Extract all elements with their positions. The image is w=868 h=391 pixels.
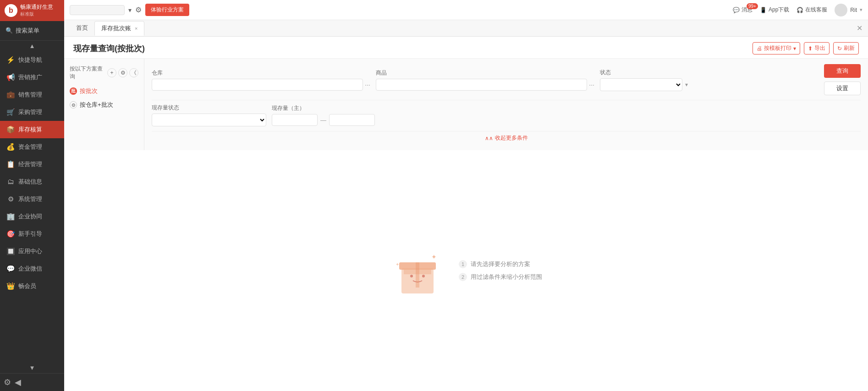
messages-badge: 99+: [747, 3, 758, 9]
export-icon: ⬆: [808, 45, 813, 52]
scheme-header: 按以下方案查询 + ⚙ 《: [64, 63, 144, 84]
tab-close-button[interactable]: ×: [135, 26, 137, 31]
page-title: 现存量查询(按批次): [73, 43, 145, 54]
app-subtitle: 标准版: [20, 11, 53, 17]
sidebar-scroll-down-button[interactable]: ▼: [0, 363, 64, 373]
app-logo: b: [5, 4, 17, 17]
filter-row-2: 现存量状态 现存量（主） —: [152, 104, 861, 126]
sidebar-item-system[interactable]: ⚙ 系统管理: [0, 190, 64, 208]
topbar-dropdown-button[interactable]: ▾: [128, 6, 132, 14]
search-menu-button[interactable]: 🔍 搜索菜单: [4, 25, 60, 37]
query-button[interactable]: 查询: [824, 64, 861, 78]
sidebar-item-shortcut[interactable]: ⚡ 快捷导航: [0, 51, 64, 69]
scheme-settings-button[interactable]: ⚙: [118, 68, 127, 77]
message-icon: 💬: [733, 7, 740, 13]
svg-text:✦: ✦: [396, 262, 399, 267]
sidebar-item-purchase[interactable]: 🛒 采购管理: [0, 103, 64, 121]
filter-divider: [152, 100, 861, 100]
user-menu-button[interactable]: Rit ▾: [835, 4, 863, 16]
print-template-button[interactable]: 🖨 按模板打印 ▾: [753, 42, 800, 54]
sidebar-item-member[interactable]: 👑 畅会员: [0, 277, 64, 295]
purchase-icon: 🛒: [6, 108, 15, 116]
sidebar: b 畅康通好生意 标准版 🔍 搜索菜单 ▲ ⚡ 快捷导航 📢 营销推广 💼 销售…: [0, 0, 64, 391]
bottom-collapse-button[interactable]: ◀: [15, 377, 21, 387]
topbar: ▾ ⚙ 体验行业方案 💬 消息 99+ 📱 App下载 🎧 在线客服 Rit ▾: [64, 0, 868, 20]
inventory-icon: 📦: [6, 125, 15, 134]
export-button[interactable]: ⬆ 导出: [804, 42, 830, 54]
tab-panel-close-button[interactable]: ✕: [857, 24, 863, 33]
empty-state: ✦ ✦ 1 请先选择要分析的方案 2 用过滤条件来缩小分析范围: [64, 150, 868, 391]
status-select[interactable]: [600, 78, 682, 91]
collapse-icon: ∧∧: [485, 135, 493, 141]
sidebar-item-operations[interactable]: 📋 经营管理: [0, 156, 64, 173]
add-scheme-button[interactable]: +: [107, 68, 116, 77]
warehouse-filter-group: 仓库 ···: [152, 69, 370, 91]
scheme-inactive-dot: ⊙: [70, 101, 77, 109]
empty-tip-1: 1 请先选择要分析的方案: [459, 260, 542, 268]
scheme-settings-icon: ⚙: [121, 70, 126, 76]
svg-text:✦: ✦: [431, 253, 437, 261]
topbar-settings-button[interactable]: ⚙: [135, 5, 142, 14]
sidebar-item-guide[interactable]: 🎯 新手引导: [0, 225, 64, 243]
sidebar-scroll-up-button[interactable]: ▲: [0, 41, 64, 51]
scheme-item-batch[interactable]: 批 按批次: [64, 84, 144, 98]
filter-settings-button[interactable]: 设置: [824, 81, 861, 95]
sidebar-header: b 畅康通好生意 标准版: [0, 0, 64, 21]
service-icon: 🎧: [797, 7, 803, 13]
sidebar-item-wechat[interactable]: 💬 企业微信: [0, 260, 64, 277]
refresh-button[interactable]: ↻ 刷新: [833, 42, 859, 54]
sidebar-item-finance[interactable]: 💰 资金管理: [0, 138, 64, 156]
print-dropdown-icon: ▾: [793, 45, 796, 52]
apps-icon: 🔲: [6, 247, 15, 255]
refresh-icon: ↻: [837, 45, 842, 52]
scheme-panel: 按以下方案查询 + ⚙ 《 批 按批次 ⊙ 按仓库+批次: [64, 59, 144, 150]
product-more-button[interactable]: ···: [589, 81, 594, 88]
product-input[interactable]: [376, 79, 587, 91]
tabs-bar: 首页 库存批次账 × ✕: [64, 20, 868, 37]
user-dropdown-icon: ▾: [860, 7, 863, 13]
search-icon: 🔍: [5, 27, 13, 34]
sidebar-item-apps[interactable]: 🔲 应用中心: [0, 243, 64, 260]
sidebar-nav: ⚡ 快捷导航 📢 营销推广 💼 销售管理 🛒 采购管理 📦 库存核算 💰 资金管…: [0, 51, 64, 363]
messages-button[interactable]: 💬 消息 99+: [733, 6, 753, 14]
scheme-header-actions: + ⚙ 《: [107, 68, 138, 77]
member-icon: 👑: [6, 282, 15, 290]
sidebar-item-inventory[interactable]: 📦 库存核算: [0, 121, 64, 138]
collapse-more-button[interactable]: ∧∧ 收起更多条件: [152, 131, 861, 145]
svg-rect-7: [416, 262, 419, 288]
qty-min-input[interactable]: [272, 114, 318, 126]
app-download-button[interactable]: 📱 App下载: [760, 6, 789, 14]
online-service-button[interactable]: 🎧 在线客服: [797, 6, 827, 14]
trial-button[interactable]: 体验行业方案: [145, 4, 189, 16]
sidebar-item-base[interactable]: 🗂 基础信息: [0, 173, 64, 190]
warehouse-input[interactable]: [152, 79, 363, 91]
scheme-active-dot: 批: [70, 87, 77, 95]
bottom-settings-button[interactable]: ⚙: [4, 377, 11, 387]
tab-inventory-batch[interactable]: 库存批次账 ×: [94, 21, 144, 36]
sidebar-bottom: ⚙ ◀: [0, 373, 64, 391]
scheme-item-warehouse-batch[interactable]: ⊙ 按仓库+批次: [64, 98, 144, 112]
topbar-search-input[interactable]: [70, 5, 125, 15]
guide-icon: 🎯: [6, 230, 15, 238]
base-icon: 🗂: [6, 178, 15, 185]
empty-icon: ✦ ✦: [390, 243, 445, 298]
scheme-collapse-button[interactable]: 《: [129, 68, 138, 77]
sidebar-item-sales[interactable]: 💼 销售管理: [0, 86, 64, 103]
warehouse-more-button[interactable]: ···: [365, 81, 370, 88]
wechat-icon: 💬: [6, 265, 15, 273]
topbar-actions: 💬 消息 99+ 📱 App下载 🎧 在线客服 Rit ▾: [733, 4, 863, 16]
username-label: Rit: [850, 7, 857, 13]
svg-point-3: [410, 275, 413, 277]
sidebar-item-marketing[interactable]: 📢 营销推广: [0, 69, 64, 86]
filter-action-buttons: 查询 设置: [824, 64, 861, 95]
page-header: 现存量查询(按批次) 🖨 按模板打印 ▾ ⬆ 导出 ↻ 刷新: [64, 37, 868, 59]
filter-row-1: 仓库 ··· 商品 ··· 状态: [152, 64, 861, 95]
qty-max-input[interactable]: [329, 114, 375, 126]
sidebar-item-enterprise[interactable]: 🏢 企业协同: [0, 208, 64, 225]
tab-home[interactable]: 首页: [70, 21, 94, 36]
empty-tips: 1 请先选择要分析的方案 2 用过滤条件来缩小分析范围: [459, 260, 542, 281]
print-icon: 🖨: [757, 45, 762, 52]
finance-icon: 💰: [6, 143, 15, 151]
main-area: ▾ ⚙ 体验行业方案 💬 消息 99+ 📱 App下载 🎧 在线客服 Rit ▾: [64, 0, 868, 391]
stock-status-select[interactable]: [152, 114, 266, 126]
